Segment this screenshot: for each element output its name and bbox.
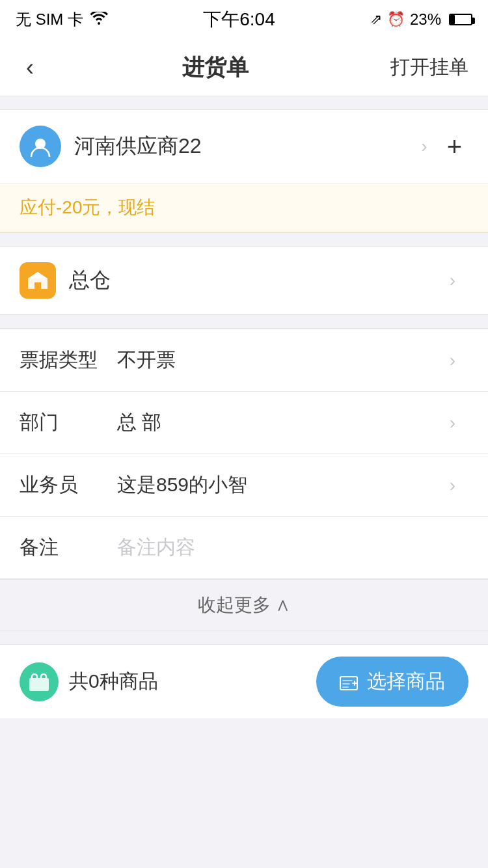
invoice-type-label: 票据类型 [20, 347, 111, 373]
salesperson-row[interactable]: 业务员 这是859的小智 › [0, 454, 488, 516]
invoice-type-row[interactable]: 票据类型 不开票 › [0, 329, 488, 391]
section-gap-2 [0, 233, 488, 246]
product-count-text: 共0种商品 [69, 668, 158, 695]
department-row[interactable]: 部门 总 部 › [0, 391, 488, 454]
section-gap-3 [0, 315, 488, 328]
wifi-icon [90, 10, 108, 29]
collapse-button[interactable]: 收起更多 ∧ [0, 579, 488, 631]
status-bar: 无 SIM 卡 下午6:04 ⇗ ⏰ 23% [0, 0, 488, 39]
product-count-icon [20, 662, 59, 701]
warehouse-row[interactable]: 总仓 › [0, 247, 488, 314]
salesperson-chevron-icon: › [450, 475, 455, 496]
nav-bar: ‹ 进货单 打开挂单 [0, 39, 488, 96]
supplier-name: 河南供应商22 [74, 132, 421, 161]
status-left: 无 SIM 卡 [16, 9, 108, 30]
select-product-button[interactable]: 选择商品 [316, 657, 468, 707]
supplier-row[interactable]: 河南供应商22 › + [0, 110, 488, 183]
open-pending-button[interactable]: 打开挂单 [390, 54, 468, 81]
add-button[interactable]: + [441, 132, 468, 161]
location-icon: ⇗ [370, 11, 382, 28]
warehouse-icon [20, 262, 56, 299]
department-chevron-icon: › [450, 413, 455, 433]
select-product-icon [340, 673, 360, 691]
page-title: 进货单 [182, 53, 249, 83]
carrier-text: 无 SIM 卡 [16, 9, 83, 30]
warehouse-section: 总仓 › [0, 246, 488, 315]
salesperson-value: 这是859的小智 [111, 472, 450, 498]
warehouse-name: 总仓 [69, 266, 450, 295]
status-right: ⇗ ⏰ 23% [370, 10, 472, 29]
supplier-chevron-icon: › [421, 136, 427, 157]
battery-icon [449, 14, 472, 25]
supplier-section: 河南供应商22 › + 应付-20元，现结 [0, 109, 488, 233]
back-button[interactable]: ‹ [20, 47, 40, 88]
department-label: 部门 [20, 409, 111, 436]
form-section: 票据类型 不开票 › 部门 总 部 › 业务员 这是859的小智 › 备注 备注… [0, 328, 488, 579]
remark-input[interactable]: 备注内容 [111, 534, 468, 561]
remark-row[interactable]: 备注 备注内容 [0, 516, 488, 578]
collapse-label: 收起更多 ∧ [198, 593, 291, 617]
invoice-type-value: 不开票 [111, 347, 450, 373]
svg-rect-2 [29, 678, 49, 691]
supplier-notice: 应付-20元，现结 [0, 183, 488, 232]
select-product-label: 选择商品 [367, 668, 445, 695]
section-gap-4 [0, 631, 488, 644]
status-time: 下午6:04 [203, 7, 275, 32]
section-gap-1 [0, 96, 488, 109]
invoice-type-chevron-icon: › [450, 350, 455, 371]
product-bar: 共0种商品 选择商品 [0, 644, 488, 718]
department-value: 总 部 [111, 409, 450, 436]
remark-label: 备注 [20, 534, 111, 561]
salesperson-label: 业务员 [20, 472, 111, 498]
battery-percent: 23% [410, 10, 441, 29]
svg-rect-1 [34, 282, 41, 289]
alarm-icon: ⏰ [387, 11, 405, 28]
supplier-avatar [20, 126, 61, 167]
warehouse-chevron-icon: › [450, 270, 455, 291]
